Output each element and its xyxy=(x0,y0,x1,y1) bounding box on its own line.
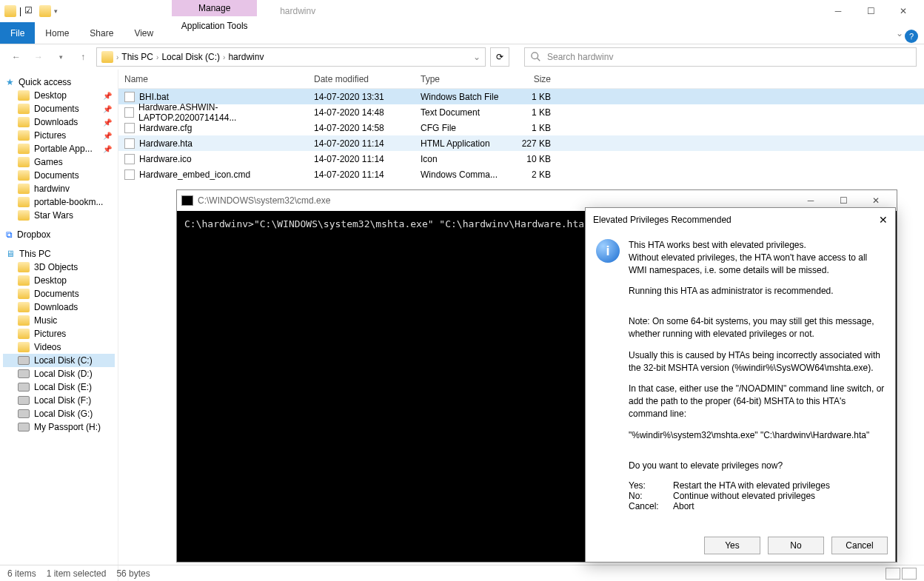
no-button[interactable]: No xyxy=(768,537,824,554)
breadcrumb-hardwinv[interactable]: hardwinv xyxy=(228,52,264,62)
folder-icon[interactable] xyxy=(4,5,16,17)
manage-context-tab[interactable]: Manage xyxy=(172,0,257,16)
address-bar-row: ← → ▾ ↑ › This PC› Local Disk (C:)› hard… xyxy=(0,44,924,70)
info-icon: i xyxy=(596,239,620,263)
icons-view-button[interactable] xyxy=(902,568,917,580)
drive-icon xyxy=(18,356,30,365)
sidebar-item[interactable]: Desktop📌 xyxy=(3,89,115,102)
titlebar: | ☑ ▾ Manage Application Tools hardwinv … xyxy=(0,0,924,22)
folder-icon xyxy=(18,329,30,339)
folder-icon xyxy=(18,90,30,101)
search-input[interactable]: Search hardwinv xyxy=(524,47,917,67)
col-type[interactable]: Type xyxy=(415,74,505,84)
recent-dropdown[interactable]: ▾ xyxy=(52,48,70,66)
sidebar-item[interactable]: 3D Objects xyxy=(3,261,115,274)
file-row[interactable]: Hardware.ASHWIN-LAPTOP.20200714144...14-… xyxy=(118,104,924,120)
col-date[interactable]: Date modified xyxy=(308,74,415,84)
folder-icon xyxy=(18,302,30,312)
expand-ribbon-icon[interactable]: ⌄ xyxy=(896,28,903,38)
file-row[interactable]: Hardware_embed_icon.cmd14-07-2020 11:14W… xyxy=(118,167,924,182)
folder-icon xyxy=(18,275,30,286)
view-tab[interactable]: View xyxy=(124,22,164,44)
sidebar-item[interactable]: My Passport (H:) xyxy=(3,420,115,434)
chevron-right-icon[interactable]: › xyxy=(116,53,118,61)
file-row[interactable]: Hardware.ico14-07-2020 11:14Icon10 KB xyxy=(118,151,924,167)
sidebar-item[interactable]: hardwinv xyxy=(3,182,115,195)
new-folder-icon[interactable] xyxy=(39,5,51,17)
file-icon xyxy=(124,92,135,102)
file-row[interactable]: Hardware.cfg14-07-2020 14:58CFG File1 KB xyxy=(118,120,924,135)
sidebar-item[interactable]: Local Disk (E:) xyxy=(3,380,115,394)
maximize-button[interactable]: ☐ xyxy=(854,1,887,21)
drive-icon xyxy=(18,396,30,405)
sidebar-item[interactable]: Local Disk (G:) xyxy=(3,407,115,420)
sidebar-item[interactable]: Documents xyxy=(3,287,115,300)
svg-point-0 xyxy=(532,53,538,59)
col-size[interactable]: Size xyxy=(505,74,557,84)
sidebar-item[interactable]: Pictures📌 xyxy=(3,129,115,142)
dialog-text: This HTA works best with elevated privil… xyxy=(629,239,885,511)
sidebar-item[interactable]: Desktop xyxy=(3,274,115,287)
breadcrumb[interactable]: › This PC› Local Disk (C:)› hardwinv ⌄ xyxy=(96,47,486,67)
file-icon xyxy=(124,123,135,133)
file-tab[interactable]: File xyxy=(0,22,35,44)
breadcrumb-local-disk[interactable]: Local Disk (C:)› xyxy=(161,52,225,62)
folder-icon xyxy=(18,262,30,272)
sidebar-item[interactable]: Star Wars xyxy=(3,209,115,222)
back-button[interactable]: ← xyxy=(7,48,25,66)
file-icon xyxy=(124,138,135,149)
addr-dropdown-icon[interactable]: ⌄ xyxy=(473,52,481,62)
cmd-icon xyxy=(181,195,193,206)
column-headers: Name Date modified Type Size xyxy=(118,70,924,89)
sidebar-item[interactable]: Documents📌 xyxy=(3,102,115,115)
sidebar-item[interactable]: Local Disk (D:) xyxy=(3,367,115,380)
home-tab[interactable]: Home xyxy=(35,22,79,44)
folder-icon xyxy=(18,184,30,194)
folder-icon xyxy=(18,104,30,114)
folder-icon xyxy=(18,315,30,326)
file-row[interactable]: Hardware.hta14-07-2020 11:14HTML Applica… xyxy=(118,135,924,151)
yes-button[interactable]: Yes xyxy=(704,537,760,554)
sidebar-item[interactable]: Portable App...📌 xyxy=(3,142,115,155)
quick-access-header[interactable]: ★Quick access xyxy=(3,75,115,89)
sidebar-item[interactable]: Pictures xyxy=(3,327,115,340)
status-selected: 1 item selected xyxy=(47,568,107,579)
ribbon: File Home Share View ⌄ ? xyxy=(0,22,924,44)
sidebar-item[interactable]: Music xyxy=(3,314,115,327)
this-pc-header[interactable]: 🖥This PC xyxy=(3,247,115,261)
breadcrumb-this-pc[interactable]: This PC› xyxy=(121,52,158,62)
forward-button[interactable]: → xyxy=(30,48,47,66)
col-name[interactable]: Name xyxy=(118,74,308,84)
sidebar-item[interactable]: Downloads xyxy=(3,300,115,314)
folder-icon xyxy=(18,130,30,141)
up-button[interactable]: ↑ xyxy=(74,48,92,66)
help-icon[interactable]: ? xyxy=(905,30,918,43)
refresh-button[interactable]: ⟳ xyxy=(490,47,509,67)
dialog-titlebar[interactable]: Elevated Privileges Recommended ✕ xyxy=(586,208,895,232)
sidebar-item[interactable]: Documents xyxy=(3,169,115,182)
share-tab[interactable]: Share xyxy=(79,22,124,44)
file-icon xyxy=(124,154,135,164)
dialog-close-button[interactable]: ✕ xyxy=(879,214,888,226)
sidebar-item[interactable]: Local Disk (F:) xyxy=(3,394,115,407)
cancel-button[interactable]: Cancel xyxy=(831,537,888,554)
details-view-button[interactable] xyxy=(886,568,900,580)
folder-icon xyxy=(18,289,30,299)
sidebar-item[interactable]: Games xyxy=(3,155,115,169)
app-tools-tab[interactable]: Application Tools xyxy=(174,16,255,36)
qat-dropdown-icon[interactable]: ▾ xyxy=(54,7,58,15)
sidebar-item[interactable]: portable-bookm... xyxy=(3,195,115,209)
dropbox-header[interactable]: ⧉Dropbox xyxy=(3,228,115,241)
folder-icon xyxy=(18,117,30,127)
pin-icon: 📌 xyxy=(103,105,112,113)
close-button[interactable]: ✕ xyxy=(887,1,920,21)
file-icon xyxy=(124,169,135,180)
pin-icon: 📌 xyxy=(103,145,112,153)
sidebar-item[interactable]: Videos xyxy=(3,340,115,354)
properties-icon[interactable]: ☑ xyxy=(24,5,36,17)
sidebar-item[interactable]: Downloads📌 xyxy=(3,115,115,129)
folder-icon xyxy=(18,170,30,181)
sidebar-item[interactable]: Local Disk (C:) xyxy=(3,354,115,367)
qat: | ☑ ▾ xyxy=(4,5,58,17)
minimize-button[interactable]: ─ xyxy=(822,1,854,21)
